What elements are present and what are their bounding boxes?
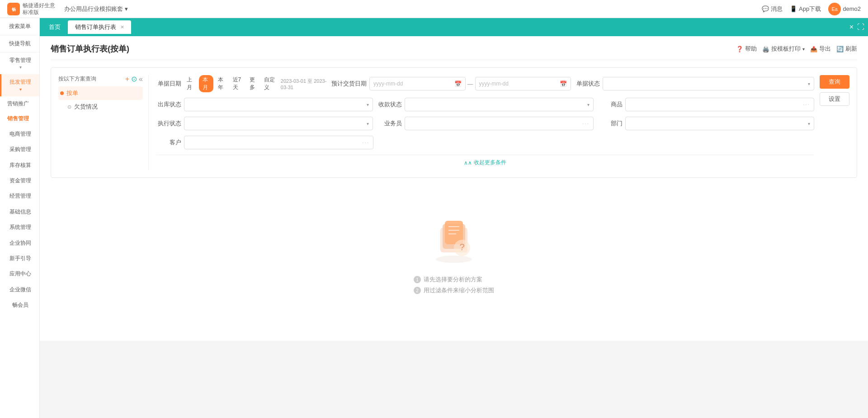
- sidebar-item-member[interactable]: 畅会员: [0, 297, 39, 313]
- download-icon: 📱: [790, 5, 797, 12]
- top-bar: 畅 畅捷通好生意 标准版 办公用品行业模拟账套 💬 消息 📱 App下载 Ea …: [0, 0, 868, 18]
- setting-button[interactable]: 设置: [820, 92, 849, 106]
- customer-label: 客户: [156, 138, 181, 147]
- filter-shipment: 出库状态: [156, 98, 373, 111]
- page-actions: ❓ 帮助 🖨️ 按模板打印 📤 导出 🔄: [736, 45, 857, 53]
- filter-right-actions: 查询 设置: [820, 75, 849, 170]
- sidebar-item-operation[interactable]: 经营管理: [0, 188, 39, 204]
- sidebar-item-basic[interactable]: 基础信息: [0, 204, 39, 219]
- exec-label: 执行状态: [156, 119, 181, 128]
- empty-tip-2: 2 用过滤条件来缩小分析范围: [414, 286, 494, 294]
- print-button[interactable]: 🖨️ 按模板打印: [762, 45, 805, 53]
- user-name: demo2: [843, 5, 861, 12]
- shortcut-近7天[interactable]: 近7天: [230, 75, 245, 92]
- logo-icon: 畅: [7, 3, 20, 15]
- shortcut-本年[interactable]: 本年: [215, 75, 228, 92]
- date-range-display: 2023-03-01 至 2023-03-31: [281, 78, 328, 90]
- refresh-button[interactable]: 🔄 刷新: [836, 45, 857, 53]
- sidebar-item-corpwechat[interactable]: 企业微信: [0, 282, 39, 297]
- empty-tip-1: 1 请先选择要分析的方案: [414, 276, 494, 284]
- goods-label: 商品: [597, 100, 623, 109]
- payment-chevron: [587, 102, 590, 107]
- sidebar-item-inventory[interactable]: 库存核算: [0, 157, 39, 173]
- shortcut-上月[interactable]: 上月: [184, 75, 197, 92]
- expected-date-label: 预计交货日期: [331, 80, 367, 88]
- sidebar-item-ecommerce[interactable]: 电商管理: [0, 126, 39, 142]
- close-all-button[interactable]: ×: [849, 23, 854, 31]
- sidebar-item-finance[interactable]: 资金管理: [0, 173, 39, 188]
- message-icon: 💬: [762, 5, 769, 12]
- filter-date-field: 单据日期 上月 本月 本年 近7天 更多 自定义: [156, 75, 328, 92]
- query-button[interactable]: 查询: [820, 75, 849, 89]
- filter-payment: 收款状态: [377, 98, 594, 111]
- app-download-button[interactable]: 📱 App下载: [790, 5, 821, 13]
- expand-button[interactable]: ⛶: [857, 23, 864, 31]
- customer-input[interactable]: ···: [184, 136, 373, 149]
- page-title: 销售订单执行表(按单): [51, 43, 129, 54]
- shipment-select[interactable]: [184, 98, 373, 111]
- empty-icon: ?: [427, 214, 481, 268]
- sidebar-sub-marketing[interactable]: 营销推广: [0, 96, 39, 111]
- sidebar-item-quick-nav[interactable]: 快捷导航: [0, 35, 39, 52]
- sidebar-item-corp[interactable]: 企业协同: [0, 235, 39, 251]
- shortcut-本月[interactable]: 本月: [199, 75, 214, 92]
- payment-label: 收款状态: [377, 100, 402, 109]
- payment-select[interactable]: [405, 98, 594, 111]
- help-button[interactable]: ❓ 帮助: [736, 45, 757, 53]
- empty-state: ? 1 请先选择要分析的方案 2 用过滤条件来缩小分析范围: [51, 178, 857, 333]
- expected-date-start[interactable]: yyyy-mm-dd 📅: [369, 77, 466, 90]
- collapse-button[interactable]: ∧∧ 收起更多条件: [156, 155, 814, 170]
- shipment-chevron: [367, 102, 369, 107]
- shortcut-自定义[interactable]: 自定义: [261, 75, 278, 92]
- page-content: 销售订单执行表(按单) ❓ 帮助 🖨️ 按模板打印 📤: [40, 36, 868, 418]
- sidebar-item-appcenter[interactable]: 应用中心: [0, 266, 39, 281]
- filter-row-2: 出库状态 收款状态: [156, 98, 814, 111]
- sidebar-item-wholesale[interactable]: 批发管理: [0, 74, 39, 96]
- scheme-copy-button[interactable]: ⊙: [131, 76, 137, 83]
- user-area[interactable]: Ea demo2: [828, 3, 861, 15]
- empty-tips: 1 请先选择要分析的方案 2 用过滤条件来缩小分析范围: [414, 276, 494, 297]
- tab-bar: 首页 销售订单执行表 × × ⛶: [40, 18, 868, 36]
- filter-section: 按以下方案查询 + ⊙ « 按单: [51, 67, 857, 178]
- scheme-collapse-button[interactable]: «: [139, 76, 143, 83]
- dept-select[interactable]: [625, 117, 814, 130]
- goods-input[interactable]: ···: [625, 98, 814, 111]
- tab-home[interactable]: 首页: [43, 20, 66, 34]
- filter-form: 单据日期 上月 本月 本年 近7天 更多 自定义: [156, 75, 814, 170]
- filter-goods: 商品 ···: [597, 98, 814, 111]
- export-icon: 📤: [810, 46, 817, 52]
- sidebar-item-newuser[interactable]: 新手引导: [0, 251, 39, 266]
- sidebar-sub-sales[interactable]: 销售管理: [0, 111, 39, 126]
- filter-salesman: 业务员 ···: [377, 117, 594, 130]
- scheme-item-欠货[interactable]: ⊙ 欠货情况: [58, 100, 143, 114]
- expected-date-end[interactable]: yyyy-mm-dd 📅: [475, 77, 571, 90]
- status-chevron: [808, 81, 810, 86]
- tab-close-button[interactable]: ×: [121, 24, 124, 30]
- sidebar-item-retail[interactable]: 零售管理: [0, 52, 39, 74]
- sidebar-item-system[interactable]: 系统管理: [0, 219, 39, 235]
- date-shortcuts: 上月 本月 本年 近7天 更多 自定义: [184, 75, 278, 92]
- exec-select[interactable]: [184, 117, 373, 130]
- message-button[interactable]: 💬 消息: [762, 5, 783, 13]
- svg-point-2: [436, 256, 472, 263]
- scheme-sub-icon: ⊙: [67, 104, 71, 110]
- shipment-label: 出库状态: [156, 100, 181, 109]
- app-selector[interactable]: 办公用品行业模拟账套: [64, 5, 128, 13]
- status-select[interactable]: [603, 77, 814, 90]
- tab-sales-exec[interactable]: 销售订单执行表 ×: [68, 20, 131, 34]
- salesman-input[interactable]: ···: [405, 117, 594, 130]
- filter-exec: 执行状态: [156, 117, 373, 130]
- sidebar-item-search-menu[interactable]: 搜索菜单: [0, 18, 39, 35]
- sidebar-item-purchase[interactable]: 采购管理: [0, 142, 39, 157]
- scheme-item-按单[interactable]: 按单: [58, 86, 143, 100]
- filter-row-3: 执行状态 业务员 ···: [156, 117, 814, 130]
- export-button[interactable]: 📤 导出: [810, 45, 831, 53]
- exec-chevron: [367, 121, 369, 126]
- scheme-dot: [60, 91, 64, 95]
- filter-row-1: 单据日期 上月 本月 本年 近7天 更多 自定义: [156, 75, 814, 92]
- retail-chevron: [19, 65, 22, 70]
- shortcut-更多[interactable]: 更多: [247, 75, 260, 92]
- top-bar-right: 💬 消息 📱 App下载 Ea demo2: [762, 3, 861, 15]
- sidebar: 搜索菜单 快捷导航 零售管理 批发管理 营销推广 销售管理 电商管理 采购管理 …: [0, 18, 40, 418]
- scheme-add-button[interactable]: +: [125, 76, 129, 83]
